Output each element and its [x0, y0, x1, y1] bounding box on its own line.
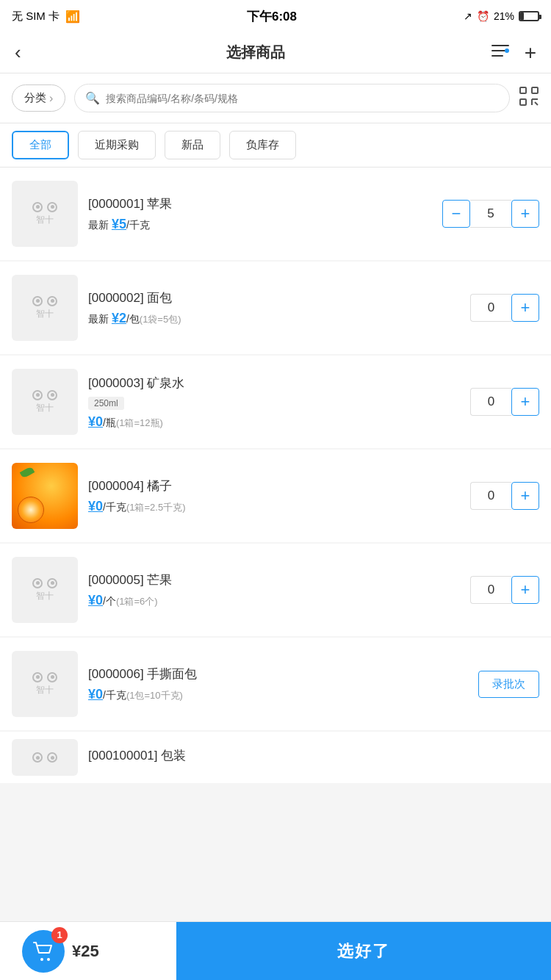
cart-badge: 1: [51, 927, 68, 943]
product-thumb: 智十: [12, 651, 78, 717]
search-input[interactable]: [106, 93, 499, 104]
product-price: ¥0/瓶(1箱=12瓶): [88, 414, 460, 430]
owl-logo: 智十: [32, 672, 57, 696]
product-name: [0000002] 面包: [88, 289, 460, 306]
product-thumb: 智十: [12, 557, 78, 623]
product-name: [0000004] 橘子: [88, 478, 460, 494]
bottom-bar: 1 ¥25 选好了: [0, 921, 551, 980]
product-name: [000100001] 包装: [88, 747, 539, 764]
battery-icon: [519, 11, 539, 21]
status-left: 无 SIM 卡 📶: [12, 10, 80, 24]
product-name: [0000003] 矿泉水: [88, 375, 460, 392]
svg-point-10: [40, 958, 43, 961]
product-price: 最新 ¥5/千克: [88, 217, 432, 232]
table-row: 智十 [0000003] 矿泉水 250ml ¥0/瓶(1箱=12瓶) +: [0, 356, 551, 448]
wifi-icon: 📶: [65, 10, 80, 24]
status-bar: 无 SIM 卡 📶 下午6:08 ↗ ⏰ 21%: [0, 0, 551, 32]
quantity-control: +: [470, 294, 539, 322]
alarm-icon: ⏰: [477, 10, 489, 22]
increment-button[interactable]: +: [511, 294, 539, 322]
decrement-button[interactable]: −: [442, 200, 470, 228]
svg-rect-4: [520, 87, 526, 93]
search-icon: 🔍: [85, 91, 100, 105]
increment-button[interactable]: +: [511, 576, 539, 604]
increment-button[interactable]: +: [511, 482, 539, 510]
orange-half: [18, 497, 44, 523]
scan-icon[interactable]: [519, 86, 539, 111]
product-name: [0000006] 手撕面包: [88, 666, 468, 682]
back-button[interactable]: ‹: [15, 41, 21, 64]
battery-percent: 21%: [494, 10, 514, 22]
svg-point-11: [47, 958, 50, 961]
product-name: [0000001] 苹果: [88, 195, 432, 212]
table-row: 智十 [0000002] 面包 最新 ¥2/包(1袋=5包) +: [0, 262, 551, 354]
svg-rect-5: [532, 87, 538, 93]
quantity-input[interactable]: [470, 294, 511, 322]
filter-bar: 分类 › 🔍: [0, 73, 551, 123]
quantity-input[interactable]: [470, 388, 511, 416]
owl-logo: 智十: [32, 390, 57, 414]
quantity-input[interactable]: [470, 576, 511, 604]
quantity-input[interactable]: [470, 200, 511, 228]
increment-button[interactable]: +: [511, 388, 539, 416]
table-row: 智十 [0000006] 手撕面包 ¥0/千克(1包=10千克) 录批次: [0, 638, 551, 730]
quantity-control: +: [470, 482, 539, 510]
location-icon: ↗: [464, 10, 472, 22]
orange-leaf: [20, 466, 35, 479]
category-label: 分类: [24, 91, 46, 105]
tab-new[interactable]: 新品: [165, 131, 220, 159]
owl-logo: [32, 752, 57, 763]
product-info: [0000001] 苹果 最新 ¥5/千克: [88, 195, 432, 232]
cart-total: ¥25: [72, 942, 99, 961]
product-info: [0000004] 橘子 ¥0/千克(1箱=2.5千克): [88, 478, 460, 514]
status-right: ↗ ⏰ 21%: [464, 10, 539, 22]
category-button[interactable]: 分类 ›: [12, 84, 65, 112]
quantity-control: +: [470, 388, 539, 416]
add-icon[interactable]: +: [525, 41, 536, 65]
nav-bar: ‹ 选择商品 +: [0, 32, 551, 73]
quantity-control: +: [470, 576, 539, 604]
product-name: [0000005] 芒果: [88, 572, 460, 588]
owl-logo: 智十: [32, 578, 57, 602]
product-thumb: [12, 739, 78, 776]
product-info: [0000005] 芒果 ¥0/个(1箱=6个): [88, 572, 460, 608]
table-row: 智十 [0000005] 芒果 ¥0/个(1箱=6个) +: [0, 544, 551, 636]
tab-recent[interactable]: 近期采购: [78, 131, 156, 159]
owl-logo: 智十: [32, 202, 57, 226]
nav-actions: +: [491, 41, 536, 65]
batch-button[interactable]: 录批次: [478, 671, 539, 698]
product-info: [0000003] 矿泉水 250ml ¥0/瓶(1箱=12瓶): [88, 375, 460, 430]
product-price: ¥0/千克(1箱=2.5千克): [88, 499, 460, 514]
quantity-control: − +: [442, 200, 539, 228]
svg-point-3: [505, 48, 509, 53]
product-price: 最新 ¥2/包(1袋=5包): [88, 311, 460, 326]
cart-button[interactable]: 1: [22, 930, 65, 973]
tab-all[interactable]: 全部: [12, 131, 69, 159]
cart-section: 1 ¥25: [0, 930, 176, 973]
product-thumb: 智十: [12, 275, 78, 341]
page-title: 选择商品: [226, 43, 285, 62]
product-info: [0000006] 手撕面包 ¥0/千克(1包=10千克): [88, 666, 468, 702]
quantity-input[interactable]: [470, 482, 511, 510]
product-thumb: 智十: [12, 369, 78, 435]
search-box: 🔍: [74, 84, 510, 112]
product-info: [000100001] 包装: [88, 747, 539, 768]
tab-negative[interactable]: 负库存: [229, 131, 296, 159]
product-price: ¥0/个(1箱=6个): [88, 593, 460, 608]
filter-icon[interactable]: [491, 43, 510, 63]
product-list: 智十 [0000001] 苹果 最新 ¥5/千克 − + 智十: [0, 167, 551, 843]
owl-logo: 智十: [32, 296, 57, 320]
tabs-bar: 全部 近期采购 新品 负库存: [0, 123, 551, 167]
svg-line-9: [535, 102, 538, 105]
category-arrow: ›: [49, 92, 53, 105]
svg-rect-6: [520, 99, 526, 105]
confirm-button[interactable]: 选好了: [176, 922, 551, 980]
table-row: [000100001] 包装: [0, 732, 551, 783]
carrier-text: 无 SIM 卡: [12, 10, 60, 24]
product-info: [0000002] 面包 最新 ¥2/包(1袋=5包): [88, 289, 460, 326]
increment-button[interactable]: +: [511, 200, 539, 228]
table-row: 智十 [0000001] 苹果 最新 ¥5/千克 − +: [0, 167, 551, 260]
product-thumb: [12, 463, 78, 529]
status-time: 下午6:08: [247, 8, 297, 25]
product-spec: 250ml: [88, 397, 124, 410]
